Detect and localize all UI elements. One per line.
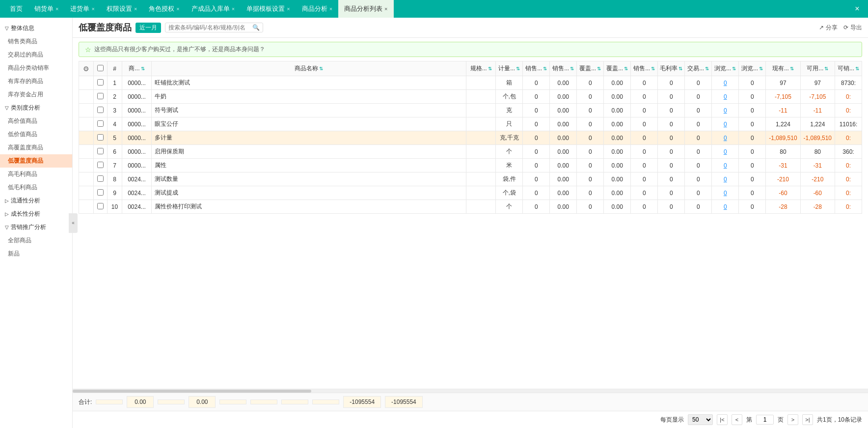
sidebar-item-low-coverage[interactable]: 低覆盖度商品	[0, 154, 72, 168]
settings-icon[interactable]: ⚙	[83, 65, 89, 73]
col-checkbox[interactable]	[94, 61, 108, 76]
next-page-btn[interactable]: >	[787, 414, 798, 425]
window-close-btn[interactable]: ×	[850, 2, 864, 16]
total-gap1	[158, 399, 185, 404]
row-b1[interactable]: 0	[712, 104, 739, 117]
col-sales3[interactable]: 销售...⇅	[631, 61, 658, 76]
nav-product-stock[interactable]: 产成品入库单 ×	[186, 0, 241, 18]
sidebar-section-marketing[interactable]: ▽ 营销推广分析	[0, 221, 72, 234]
sidebar-item-traded-goods[interactable]: 交易过的商品	[0, 48, 72, 61]
share-btn[interactable]: ↗ 分享	[819, 24, 838, 32]
row-b1[interactable]: 0	[712, 117, 739, 131]
row-b1[interactable]: 0	[712, 186, 739, 200]
row-checkbox[interactable]	[94, 131, 108, 145]
row-checkbox[interactable]	[94, 186, 108, 200]
sidebar-section-growth[interactable]: ▷ 成长性分析	[0, 207, 72, 221]
sidebar-item-low-value[interactable]: 低价值商品	[0, 128, 72, 141]
select-all-checkbox[interactable]	[97, 65, 104, 71]
col-gross-rate[interactable]: 毛利率⇅	[658, 61, 685, 76]
col-unit[interactable]: 计量...⇅	[496, 61, 523, 76]
col-code[interactable]: 商...⇅	[122, 61, 152, 76]
row-checkbox[interactable]	[94, 76, 108, 90]
col-available[interactable]: 可用...⇅	[800, 61, 835, 76]
row-b1[interactable]: 0	[712, 76, 739, 90]
nav-roles-close[interactable]: ×	[176, 6, 179, 12]
sidebar-item-sales-goods[interactable]: 销售类商品	[0, 35, 72, 48]
sidebar-item-high-coverage[interactable]: 高覆盖度商品	[0, 141, 72, 154]
nav-template[interactable]: 单据模板设置 ×	[241, 0, 296, 18]
row-c2: 0.00	[604, 186, 631, 200]
nav-goods-analysis-list[interactable]: 商品分析列表 ×	[338, 0, 393, 18]
nav-permissions[interactable]: 权限设置 ×	[101, 0, 143, 18]
scrollbar-thumb[interactable]	[73, 390, 311, 393]
row-spec	[466, 76, 496, 90]
search-icon[interactable]: 🔍	[252, 24, 260, 31]
sidebar-section-overall[interactable]: ▽ 整体信息	[0, 22, 72, 35]
page-label: 第	[746, 416, 752, 424]
row-b1[interactable]: 0	[712, 145, 739, 159]
row-sl: 8730:	[835, 76, 862, 90]
nav-goods-analysis[interactable]: 商品分析 ×	[296, 0, 338, 18]
sidebar-section-flow[interactable]: ▷ 流通性分析	[0, 194, 72, 207]
row-spec	[466, 131, 496, 145]
sidebar-item-high-value[interactable]: 高价值商品	[0, 114, 72, 128]
col-spec[interactable]: 规格...⇅	[466, 61, 496, 76]
col-trade[interactable]: 交易...⇅	[685, 61, 712, 76]
row-b1[interactable]: 0	[712, 159, 739, 172]
search-input[interactable]	[168, 24, 250, 31]
nav-purchase-close[interactable]: ×	[91, 6, 94, 12]
sidebar-item-low-profit[interactable]: 低毛利商品	[0, 181, 72, 194]
total-c2: 0.00	[189, 396, 216, 408]
per-page-select[interactable]: 50 20 100	[688, 414, 713, 425]
row-checkbox[interactable]	[94, 172, 108, 186]
sidebar-item-all-goods[interactable]: 全部商品	[0, 234, 72, 247]
nav-product-stock-close[interactable]: ×	[232, 6, 235, 12]
row-b1[interactable]: 0	[712, 172, 739, 186]
col-name[interactable]: 商品名称⇅	[152, 61, 466, 76]
page-input[interactable]	[756, 415, 774, 425]
sidebar-item-high-profit[interactable]: 高毛利商品	[0, 168, 72, 181]
row-checkbox[interactable]	[94, 104, 108, 117]
col-browse2[interactable]: 浏览...⇅	[739, 61, 766, 76]
table-scrollbar[interactable]	[73, 389, 868, 393]
prev-page-btn[interactable]: <	[732, 414, 742, 425]
row-cs: -210	[766, 172, 800, 186]
row-cs: 1,224	[766, 117, 800, 131]
last-page-btn[interactable]: >|	[802, 414, 813, 425]
row-c2: 0.00	[604, 104, 631, 117]
sidebar-item-stock-capital[interactable]: 库存资金占用	[0, 88, 72, 101]
nav-home[interactable]: 首页	[4, 0, 28, 18]
col-sales-qty[interactable]: 销售...⇅	[523, 61, 550, 76]
col-settings[interactable]: ⚙	[79, 61, 94, 76]
col-coverage2[interactable]: 覆盖...⇅	[604, 61, 631, 76]
sidebar-collapse-btn[interactable]: «	[69, 213, 78, 233]
first-page-btn[interactable]: |<	[717, 414, 728, 425]
col-sellable[interactable]: 可销...⇅	[835, 61, 862, 76]
nav-template-close[interactable]: ×	[287, 6, 290, 12]
nav-goods-analysis-close[interactable]: ×	[329, 6, 332, 12]
row-b1[interactable]: 0	[712, 131, 739, 145]
nav-sales[interactable]: 销货单 ×	[28, 0, 64, 18]
sidebar-item-new-goods[interactable]: 新品	[0, 247, 72, 260]
sidebar-item-goods-turnover[interactable]: 商品分类动销率	[0, 61, 72, 75]
row-checkbox[interactable]	[94, 90, 108, 104]
nav-roles[interactable]: 角色授权 ×	[143, 0, 185, 18]
row-b1[interactable]: 0	[712, 90, 739, 104]
row-b1[interactable]: 0	[712, 200, 739, 214]
col-coverage1[interactable]: 覆盖...⇅	[577, 61, 604, 76]
nav-permissions-close[interactable]: ×	[134, 6, 137, 12]
row-checkbox[interactable]	[94, 159, 108, 172]
col-current-stock[interactable]: 现有...⇅	[766, 61, 800, 76]
row-checkbox[interactable]	[94, 145, 108, 159]
row-checkbox[interactable]	[94, 200, 108, 214]
row-checkbox[interactable]	[94, 117, 108, 131]
nav-goods-analysis-list-close[interactable]: ×	[384, 6, 387, 12]
col-browse1[interactable]: 浏览...⇅	[712, 61, 739, 76]
nav-sales-close[interactable]: ×	[55, 6, 58, 12]
period-button[interactable]: 近一月	[136, 23, 161, 33]
export-btn[interactable]: ⟳ 导出	[843, 24, 862, 32]
sidebar-item-has-stock[interactable]: 有库存的商品	[0, 75, 72, 88]
sidebar-section-quality[interactable]: ▽ 类别度分析	[0, 101, 72, 114]
col-sales-amt[interactable]: 销售...⇅	[550, 61, 577, 76]
nav-purchase[interactable]: 进货单 ×	[64, 0, 100, 18]
